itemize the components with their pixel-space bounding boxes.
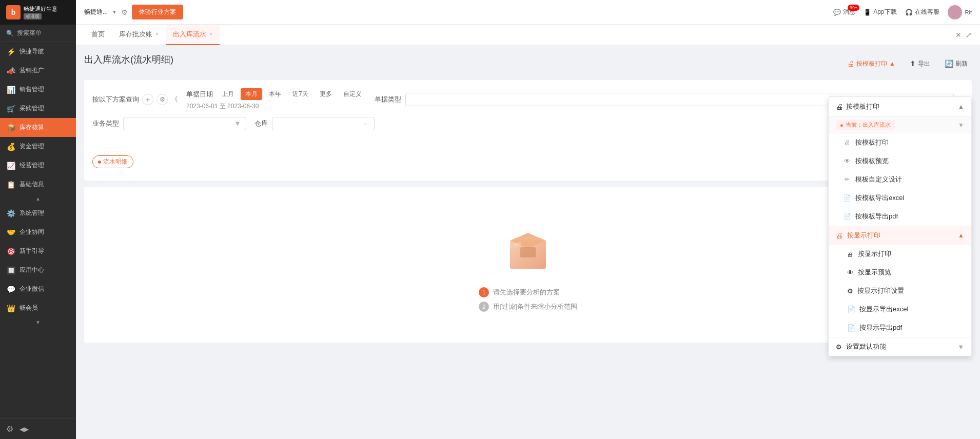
display-preview-icon: 👁 — [847, 269, 854, 276]
apps-icon: 🔲 — [6, 266, 15, 274]
dropdown-display-excel[interactable]: 📄 按显示导出excel — [829, 300, 971, 318]
sidebar-item-operations[interactable]: 📈 经营管理 — [0, 156, 76, 175]
sidebar-item-quick-nav[interactable]: ⚡ 快捷导航 — [0, 42, 76, 61]
dropdown-item-template-excel[interactable]: 📄 按模板导出excel — [829, 189, 971, 207]
step-1-number: 1 — [479, 287, 489, 297]
date-tab-custom[interactable]: 自定义 — [339, 88, 366, 100]
topbar-user[interactable]: Rit — [948, 5, 972, 19]
sidebar-settings-icon[interactable]: ⚙ — [6, 424, 13, 434]
display-section-header[interactable]: 🖨 按显示打印 ▲ — [829, 226, 971, 245]
sidebar-search[interactable]: 🔍 搜索菜单 — [0, 25, 76, 42]
topbar-online-service[interactable]: 🎧 在线客服 — [905, 8, 939, 16]
dropdown-display-pdf[interactable]: 📄 按显示导出pdf — [829, 318, 971, 337]
app-name: 畅捷通好生意 标准版 — [24, 5, 57, 20]
tab-window-buttons: ✕ ⤢ — [955, 31, 972, 39]
sidebar-item-member[interactable]: 👑 畅会员 — [0, 298, 76, 317]
tab-flow-detail-close[interactable]: × — [209, 31, 212, 37]
sidebar-item-marketing[interactable]: 📣 营销推广 — [0, 61, 76, 80]
current-template-dropdown-icon[interactable]: ▼ — [958, 122, 964, 129]
dropdown-display-print[interactable]: 🖨 按显示打印 — [829, 245, 971, 263]
dropdown-footer-default[interactable]: ⚙ 设置默认功能 ▼ — [829, 337, 971, 356]
sidebar-item-finance[interactable]: 💰 资金管理 — [0, 137, 76, 156]
sidebar-item-basic[interactable]: 📋 基础信息 — [0, 175, 76, 194]
footer-arrow-icon: ▼ — [957, 343, 964, 351]
dropdown-header-close-icon[interactable]: ▲ — [958, 103, 964, 110]
filter-add-button[interactable]: + — [142, 94, 153, 105]
print-template-button[interactable]: 🖨 按模板打印 ▲ — [843, 57, 899, 70]
step-2-text: 用[过滤]条件来缩小分析范围 — [493, 302, 577, 311]
print-arrow-icon: ▲ — [889, 60, 895, 67]
user-avatar — [948, 5, 962, 19]
date-tab-last-month[interactable]: 上月 — [217, 88, 239, 100]
guide-icon: 🎯 — [6, 247, 15, 255]
warehouse-select[interactable]: ··· — [272, 117, 375, 130]
dropdown-display-settings[interactable]: ⚙ 按显示打印设置 — [829, 282, 971, 300]
wechat-icon: 💬 — [6, 285, 15, 293]
dropdown-header-title: 🖨 按模板打印 — [836, 102, 879, 111]
filter-setting-button[interactable]: ⚙ — [156, 94, 168, 105]
tab-batch-ledger-close[interactable]: × — [155, 31, 159, 37]
tab-flow-detail[interactable]: 出入库流水 × — [166, 25, 220, 45]
industry-solution-button[interactable]: 体验行业方案 — [132, 5, 183, 19]
tab-bar: 首页 库存批次账 × 出入库流水 × ✕ ⤢ — [76, 25, 980, 45]
sidebar-item-system[interactable]: ⚙️ 系统管理 — [0, 204, 76, 223]
sidebar-item-purchase[interactable]: 🛒 采购管理 — [0, 99, 76, 118]
template-excel-icon: 📄 — [843, 194, 851, 202]
warehouse-more-icon[interactable]: ··· — [364, 120, 369, 127]
filter-collapse-button[interactable]: 《 — [171, 95, 178, 104]
topbar-app-download[interactable]: 📱 App下载 — [864, 8, 896, 16]
empty-svg-illustration — [497, 217, 559, 279]
app-logo-icon: b — [6, 5, 21, 19]
topbar-gear-icon[interactable]: ⚙ — [121, 8, 128, 16]
topbar-dropdown-arrow[interactable]: ▼ — [112, 9, 117, 15]
system-icon: ⚙️ — [6, 209, 15, 217]
biz-type-arrow-icon: ▼ — [234, 120, 241, 127]
sidebar-item-wechat[interactable]: 💬 企业微信 — [0, 280, 76, 298]
purchase-icon: 🛒 — [6, 105, 15, 113]
current-icon: ● — [840, 122, 844, 128]
corp-icon: 🤝 — [6, 228, 15, 236]
dropdown-item-template-pdf[interactable]: 📄 按模板导出pdf — [829, 207, 971, 226]
current-template-badge: ● 当前：出入库流水 — [836, 120, 895, 130]
date-tab-current-month[interactable]: 本月 — [241, 88, 262, 100]
sidebar-collapse-icon[interactable]: ◀▶ — [19, 426, 29, 433]
tab-home[interactable]: 首页 — [84, 25, 112, 45]
window-expand-btn[interactable]: ⤢ — [966, 31, 972, 39]
sidebar-item-sales[interactable]: 📊 销售管理 — [0, 80, 76, 99]
print-icon: 🖨 — [847, 59, 854, 68]
bill-type-label: 单据类型 — [375, 95, 401, 104]
flow-detail-tag[interactable]: 流水明细 — [92, 155, 133, 168]
app-download-icon: 📱 — [864, 9, 871, 16]
quick-nav-icon: ⚡ — [6, 48, 15, 56]
window-close-btn[interactable]: ✕ — [955, 31, 962, 39]
finance-icon: 💰 — [6, 143, 15, 151]
dropdown-display-preview[interactable]: 👁 按显示预览 — [829, 263, 971, 282]
refresh-button[interactable]: 🔄 刷新 — [940, 57, 972, 70]
service-icon: 🎧 — [905, 9, 913, 16]
topbar-message[interactable]: 💬 消息 99+ — [833, 8, 855, 16]
export-button[interactable]: ⬆ 导出 — [906, 57, 934, 70]
print-dropdown-panel: 🖨 按模板打印 ▲ ● 当前：出入库流水 ▼ 🖨 按模板打印 — [828, 96, 972, 356]
template-design-icon: ✏ — [843, 175, 851, 184]
dropdown-item-template-design[interactable]: ✏ 模板自定义设计 — [829, 170, 971, 189]
message-icon: 💬 — [833, 9, 841, 16]
dropdown-item-template-preview[interactable]: 👁 按模板预览 — [829, 152, 971, 170]
sidebar-logo: b 畅捷通好生意 标准版 — [0, 0, 76, 25]
sidebar-item-inventory[interactable]: 📦 库存核算 — [0, 118, 76, 137]
sidebar-item-guide[interactable]: 🎯 新手引导 — [0, 242, 76, 261]
export-icon: ⬆ — [910, 59, 916, 68]
member-icon: 👑 — [6, 304, 15, 312]
date-tab-more[interactable]: 更多 — [315, 88, 337, 100]
biz-type-select[interactable]: ▼ — [123, 117, 246, 130]
date-tab-current-year[interactable]: 本年 — [264, 88, 286, 100]
sidebar-item-corp[interactable]: 🤝 企业协同 — [0, 223, 76, 242]
topbar: 畅捷通... ▼ ⚙ 体验行业方案 💬 消息 99+ 📱 App下载 🎧 在线客… — [76, 0, 980, 25]
sidebar-item-apps[interactable]: 🔲 应用中心 — [0, 261, 76, 280]
date-filter: 单据日期 上月 本月 本年 近7天 更多 自定义 2023-06-01 至 20… — [186, 88, 366, 111]
inventory-icon: 📦 — [6, 124, 15, 132]
display-excel-icon: 📄 — [847, 306, 855, 313]
dropdown-item-template-print[interactable]: 🖨 按模板打印 — [829, 133, 971, 152]
tab-batch-ledger[interactable]: 库存批次账 × — [112, 25, 166, 45]
date-tab-7days[interactable]: 近7天 — [288, 88, 313, 100]
template-preview-icon: 👁 — [843, 157, 851, 165]
